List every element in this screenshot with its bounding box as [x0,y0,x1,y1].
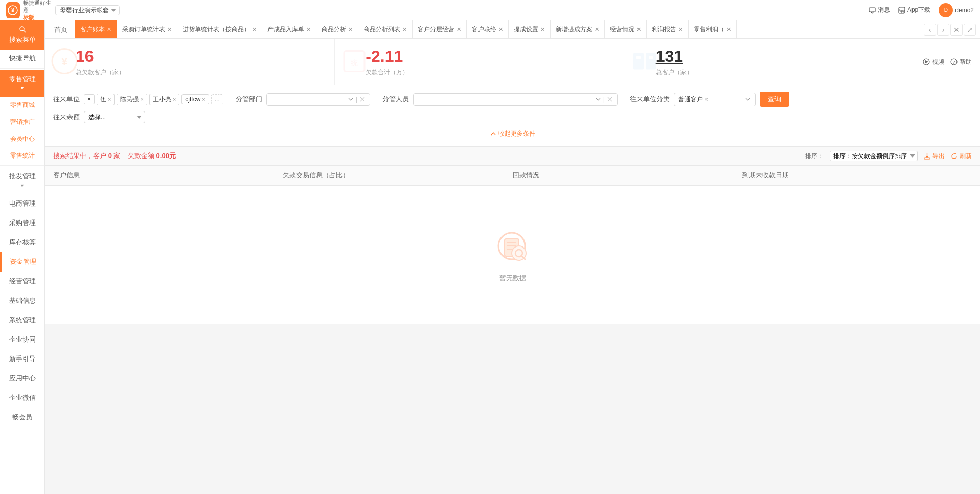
tab-new-achievement[interactable]: 新增提成方案 ✕ [551,20,605,39]
svg-rect-19 [924,158,930,159]
tab-product-analysis[interactable]: 商品分析 ✕ [316,20,358,39]
sidebar-quick-nav[interactable]: 快捷导航 [0,50,44,67]
system-select[interactable]: 母婴行业演示帐套 [55,5,120,15]
sidebar-item-purchase[interactable]: 采购管理 [0,213,44,233]
tab-tips-settings[interactable]: 提成设置 ✕ [509,20,551,39]
sidebar-item-member-plus[interactable]: 畅会员 [0,408,44,427]
stat-icon-1: ¥ [51,48,78,75]
user-menu[interactable]: D demo2 [939,3,974,17]
svg-text:¥: ¥ [12,8,15,13]
video-button[interactable]: 视频 [923,58,944,66]
filter-tag-wu-close[interactable]: × [108,96,111,102]
help-button[interactable]: ? 帮助 [950,58,972,66]
filter-person-clear-icon[interactable] [607,96,613,102]
tab-purchase-stats-by-product[interactable]: 进货单统计表（按商品） ✕ [177,20,262,39]
sidebar-item-batch-management[interactable]: 批发管理 ▼ [0,167,44,194]
sidebar-sub-retail-mall[interactable]: 零售商城 [0,97,44,114]
collapse-more-button[interactable]: 收起更多条件 [53,127,972,140]
tab-close-9[interactable]: ✕ [595,26,599,33]
filter-row-2: 往来余额 选择... [53,111,972,123]
stat-total-customers: 131 总客户（家） [625,39,915,85]
filter-balance-select[interactable]: 选择... [84,111,145,123]
svg-rect-14 [649,56,653,59]
tab-scroll-right[interactable]: › [937,24,949,36]
sidebar-item-inventory[interactable]: 库存核算 [0,233,44,252]
sidebar-sub-marketing[interactable]: 营销推广 [0,114,44,130]
tab-profit-report[interactable]: 利润报告 ✕ [647,20,689,39]
filter-tag-cjttcw[interactable]: cjttcw × [181,94,209,104]
tab-close-12[interactable]: ✕ [726,26,731,33]
svg-point-5 [20,27,24,31]
tab-expand[interactable]: ⤢ [964,24,976,36]
tab-customer-book[interactable]: 客户账本 ✕ [75,20,117,39]
tab-home[interactable]: 首页 [47,20,75,39]
tab-close-7[interactable]: ✕ [498,26,503,33]
stats-items: ¥ 16 总欠款客户（家） 统 -2.11 欠款合计（万） [45,39,915,85]
filter-unit-class-close[interactable]: × [704,96,708,102]
tab-close-all[interactable]: ✕ [950,24,963,36]
stat-total-debt-customers: ¥ 16 总欠款客户（家） [45,39,335,85]
filter-tag-wu[interactable]: 伍 × [97,94,115,105]
filter-balance-label: 往来余额 [53,113,80,122]
sidebar-item-operations[interactable]: 经营管理 [0,272,44,291]
sidebar-sub-member-center[interactable]: 会员中心 [0,130,44,147]
tab-purchase-order-stats[interactable]: 采购订单统计表 ✕ [117,20,177,39]
sidebar-item-ecommerce[interactable]: 电商管理 [0,194,44,213]
filter-tag-chen-close[interactable]: × [140,96,143,102]
export-button[interactable]: 导出 [924,152,945,161]
sidebar-item-enterprise-wechat[interactable]: 企业微信 [0,388,44,408]
tab-retail-profit[interactable]: 零售利润（ ✕ [689,20,737,39]
tab-close-5[interactable]: ✕ [402,26,407,33]
sidebar-search[interactable]: 搜索菜单 [0,20,44,50]
filter-dept-field[interactable] [271,96,348,103]
sidebar-item-enterprise-coop[interactable]: 企业协同 [0,330,44,349]
filter-unit-class-label: 往来单位分类 [630,95,670,104]
filter-person-field[interactable] [418,96,595,103]
filter-person-input[interactable]: | [413,93,618,106]
filter-tag-wang[interactable]: 王小亮 × [149,94,179,105]
tab-scroll-left[interactable]: ‹ [924,24,936,36]
tab-close-4[interactable]: ✕ [348,26,353,33]
tab-close-2[interactable]: ✕ [252,26,257,33]
sidebar-item-capital[interactable]: 资金管理 [0,252,44,272]
tab-close-customer-book[interactable]: ✕ [107,26,111,33]
refresh-button[interactable]: 刷新 [951,152,972,161]
filter-tag-wang-close[interactable]: × [173,96,176,102]
sidebar-sub-retail-stats[interactable]: 零售统计 [0,147,44,164]
sidebar-item-retail-management[interactable]: 零售管理 ▼ [0,70,44,97]
empty-text: 暂无数据 [499,274,526,283]
sort-label: 排序： [805,152,824,161]
tab-customer-contact[interactable]: 客户联络 ✕ [467,20,509,39]
refresh-icon [951,153,958,160]
tab-close-3[interactable]: ✕ [306,26,311,33]
tab-operations[interactable]: 经营情况 ✕ [605,20,647,39]
tab-product-inbound[interactable]: 产成品入库单 ✕ [262,20,316,39]
filter-tag-more[interactable]: ... [211,94,223,104]
tab-close-1[interactable]: ✕ [167,26,172,33]
search-icon [19,26,26,33]
filter-unit-class-input[interactable]: 普通客户 × [674,93,756,106]
filter-dept-expand-icon [348,96,354,102]
tab-product-analysis-list[interactable]: 商品分析列表 ✕ [358,20,413,39]
filter-person-label: 分管人员 [382,95,409,104]
svg-text:App: App [899,9,905,13]
tab-close-8[interactable]: ✕ [540,26,545,33]
message-button[interactable]: 消息 [869,6,890,14]
sidebar-item-new-guide[interactable]: 新手引导 [0,349,44,369]
sidebar-item-app-center[interactable]: 应用中心 [0,369,44,388]
filter-tag-chen[interactable]: 陈民强 × [117,94,147,105]
filter-dept-clear-icon[interactable] [359,96,366,102]
filter-unit-label: 往来单位 [53,95,80,104]
tab-customer-segmentation[interactable]: 客户分层经营 ✕ [413,20,467,39]
filter-dept-input[interactable]: | [266,93,370,106]
tab-close-6[interactable]: ✕ [457,26,461,33]
sort-select[interactable]: 排序：按欠款金额倒序排序 [830,151,918,161]
avatar: D [939,3,953,17]
tab-close-11[interactable]: ✕ [678,26,683,33]
sidebar-item-system[interactable]: 系统管理 [0,310,44,330]
tab-close-10[interactable]: ✕ [636,26,641,33]
app-download-button[interactable]: App App下载 [898,6,930,14]
query-button[interactable]: 查询 [760,92,789,107]
sidebar-item-basic-info[interactable]: 基础信息 [0,291,44,310]
filter-tag-cjttcw-close[interactable]: × [202,96,205,102]
